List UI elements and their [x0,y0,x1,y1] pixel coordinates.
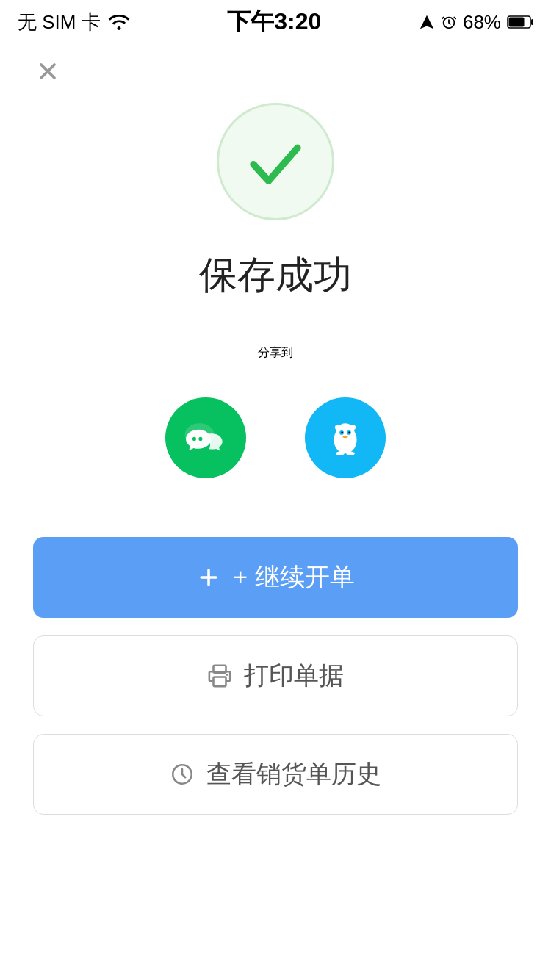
svg-point-13 [342,436,347,438]
status-left: 无 SIM 卡 [18,10,130,35]
wifi-icon [108,14,130,30]
close-button[interactable] [29,53,66,90]
qq-share-button[interactable] [305,397,386,478]
battery-icon [507,15,533,29]
location-icon [419,14,435,30]
sim-label: 无 SIM 卡 [18,10,101,35]
svg-point-14 [336,451,344,455]
svg-rect-19 [214,677,226,686]
svg-rect-2 [531,19,533,25]
battery-percent: 68% [463,11,501,34]
print-label: 打印单据 [244,659,344,693]
success-title: 保存成功 [199,250,352,301]
svg-rect-3 [508,18,524,27]
svg-point-5 [192,437,196,441]
check-icon [242,129,309,195]
wechat-icon [181,413,231,463]
success-icon-circle [217,103,334,220]
status-bar: 无 SIM 卡 下午3:20 68% [0,0,551,44]
plus-icon [196,565,221,590]
svg-point-17 [350,425,356,430]
status-time: 下午3:20 [227,6,321,38]
print-button[interactable]: 打印单据 [33,635,518,716]
status-right: 68% [419,11,533,34]
main-content: 保存成功 分享到 [0,44,551,815]
svg-point-15 [346,451,354,455]
continue-label: + 继续开单 [233,561,354,594]
share-label: 分享到 [258,345,293,361]
qq-icon [320,413,370,463]
history-label: 查看销货单历史 [206,757,381,791]
svg-point-11 [341,432,343,434]
continue-button[interactable]: + 继续开单 [33,537,518,618]
alarm-icon [441,14,457,30]
social-icons-container [165,397,386,478]
wechat-share-button[interactable] [165,397,246,478]
share-divider: 分享到 [37,345,514,361]
clock-icon [170,762,195,787]
history-button[interactable]: 查看销货单历史 [33,734,518,815]
svg-point-6 [198,437,202,441]
printer-icon [207,663,232,688]
action-buttons: + 继续开单 打印单据 查看销货单历史 [33,537,518,815]
svg-point-20 [226,674,228,676]
svg-point-16 [335,425,342,430]
svg-point-12 [348,432,350,434]
